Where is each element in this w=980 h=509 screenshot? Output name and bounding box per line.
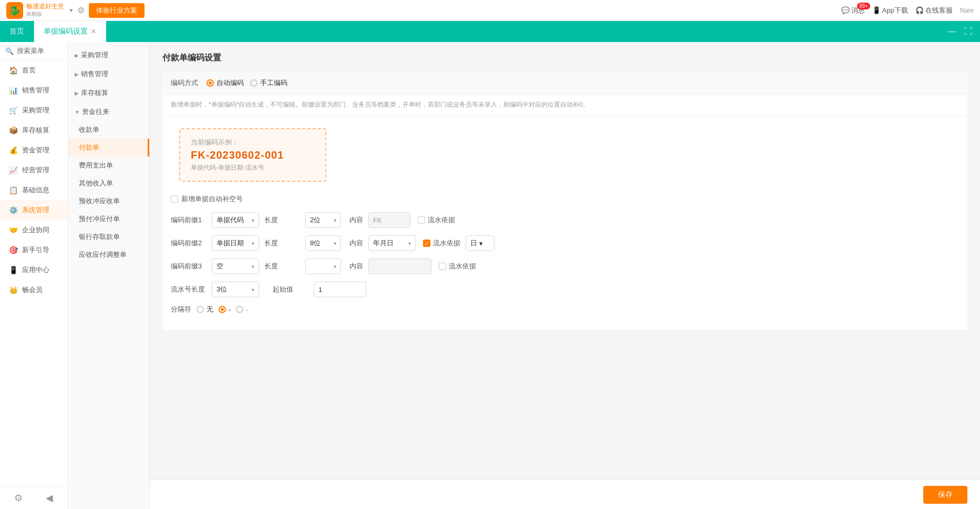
waterfall3-checkbox[interactable]: 流水依据 [439,262,476,271]
system-icon: ⚙️ [8,206,18,214]
brand-name: 畅通道好生意 [26,3,64,10]
chevron-down-icon: ▾ [334,217,336,223]
chevron-down-icon: ▾ [334,264,336,269]
waterfall1-checkbox[interactable]: 流水依据 [418,215,455,225]
waterfall2-checkbox[interactable]: ✓ 流水依据 [423,238,460,248]
waterfall1-label: 流水依据 [428,215,455,225]
encoding-method-label: 编码方式 [171,78,198,88]
prefix2-row: 编码前缀2 单据日期 ▾ 长度 8位 ▾ 内容 年月日 [171,235,959,251]
auto-fill-checkbox[interactable]: 新增单据自动补空号 [171,194,959,204]
sec-group-sales-title[interactable]: ▶ 销售管理 [68,65,149,83]
sec-item-expense[interactable]: 费用支出单 [68,157,149,174]
content3-input[interactable] [368,258,431,274]
main-layout: 🔍 搜索菜单 🏠 首页 📊 销售管理 🛒 采购管理 📦 库存核算 💰 资金管理 … [0,42,980,509]
online-support-button[interactable]: 🎧 在线客服 [915,6,953,15]
serial-length-label: 流水号长度 [171,285,207,294]
preview-code: FK-20230602-001 [191,149,315,161]
manual-encode-label: 手工编码 [260,78,287,88]
app-download-button[interactable]: 📱 App下载 [872,6,908,15]
members-icon: 👑 [8,286,18,294]
chevron-down-icon: ▾ [252,264,254,269]
sec-group-inventory: ▶ 库存核算 [68,84,149,102]
length3-select[interactable]: ▾ [305,258,341,274]
sidebar-settings-button[interactable]: ⚙ [5,492,32,504]
sep-dot-radio[interactable]: · [236,306,248,314]
length1-label: 长度 [264,215,300,225]
waterfall2-label: 流水依据 [433,238,460,248]
sidebar-item-inventory[interactable]: 📦 库存核算 [0,120,68,140]
sidebar-item-purchase[interactable]: 🛒 采购管理 [0,100,68,120]
tab-encoding-settings[interactable]: 单据编码设置 ✕ [34,21,106,42]
sidebar-item-label: 畅会员 [22,285,43,295]
length1-select[interactable]: 2位 ▾ [305,212,341,228]
sidebar-item-label: 采购管理 [22,106,49,115]
sec-item-adjustment[interactable]: 应收应付调整单 [68,246,149,264]
sidebar-item-system[interactable]: ⚙️ 系统管理 [0,200,68,220]
experience-button[interactable]: 体验行业方案 [89,3,145,18]
sep-dash-radio[interactable]: - [219,306,231,314]
length3-label: 长度 [264,262,300,271]
sidebar-item-members[interactable]: 👑 畅会员 [0,280,68,300]
brand-icon: 🐉 [6,2,23,19]
maximize-icon[interactable]: ⛶ [962,25,975,38]
sec-item-payment[interactable]: 付款单 [68,139,149,157]
sidebar-collapse-button[interactable]: ◀ [36,492,63,504]
auto-encode-radio[interactable]: 自动编码 [207,78,244,88]
sidebar-item-sales[interactable]: 📊 销售管理 [0,80,68,100]
sec-item-other-income[interactable]: 其他收入单 [68,174,149,192]
messages-button[interactable]: 💬 消息 99+ [841,6,865,15]
settings-icon[interactable]: ⚙ [77,5,85,15]
sec-item-bank[interactable]: 银行存取款单 [68,228,149,246]
tab-home[interactable]: 首页 [0,21,34,42]
sep-none-label: 无 [207,305,213,314]
checkbox-unchecked-icon [439,263,446,270]
preview-area: 当前编码示例： FK-20230602-001 单据代码-单据日期-流水号 [162,116,967,190]
manual-encode-radio[interactable]: 手工编码 [250,78,287,88]
start-value-input[interactable]: 1 [314,282,366,297]
save-button[interactable]: 保存 [923,486,967,504]
sidebar-item-guide[interactable]: 🎯 新手引导 [0,240,68,260]
sidebar-item-operations[interactable]: 📈 经营管理 [0,160,68,180]
radio-dot-auto [207,79,214,87]
prefix1-select[interactable]: 单据代码 ▾ [212,212,259,228]
purchase-icon: 🛒 [8,106,18,115]
sidebar-item-apps[interactable]: 📱 应用中心 [0,260,68,280]
prefix3-select[interactable]: 空 ▾ [212,258,259,274]
sidebar-item-enterprise[interactable]: 🤝 企业协同 [0,220,68,240]
prefix2-value: 单据日期 [216,238,244,248]
minimize-icon[interactable]: — [945,25,958,38]
sec-group-label: 库存核算 [81,88,108,98]
sec-group-inventory-title[interactable]: ▶ 库存核算 [68,84,149,102]
start-value: 1 [318,286,322,294]
message-badge: 99+ [857,3,870,9]
basic-info-icon: 📋 [8,186,18,194]
sec-group-purchase-title[interactable]: ▶ 采购管理 [68,46,149,64]
content2-select[interactable]: 年月日 ▾ [368,235,416,251]
prefix2-select[interactable]: 单据日期 ▾ [212,235,259,251]
sec-item-prepaid-receivable[interactable]: 预收冲应收单 [68,192,149,210]
content1-input: FK [368,212,410,228]
sidebar-item-basic-info[interactable]: 📋 基础信息 [0,180,68,200]
serial-length-value: 3位 [216,285,227,294]
user-info[interactable]: Nare [960,7,974,14]
tab-close-icon[interactable]: ✕ [91,28,96,35]
home-icon: 🏠 [8,66,18,75]
prefix3-value: 空 [216,262,223,271]
serial-length-select[interactable]: 3位 ▾ [212,282,259,297]
sec-item-prepaid-payable[interactable]: 预付冲应付单 [68,210,149,228]
chevron-down-icon[interactable]: ▾ [69,6,73,14]
waterfall3-label: 流水依据 [449,262,476,271]
chevron-down-icon: ▾ [252,217,254,223]
prefix1-value: 单据代码 [216,215,244,225]
sidebar-bottom: ⚙ ◀ [0,486,68,509]
sidebar-item-finance[interactable]: 💰 资金管理 [0,140,68,160]
waterfall2-period-select[interactable]: 日 ▾ [466,235,494,251]
sec-group-finance-title[interactable]: ▼ 资金往来 [68,103,149,121]
search-menu[interactable]: 🔍 搜索菜单 [0,42,68,60]
search-label: 搜索菜单 [17,46,44,56]
length2-select[interactable]: 8位 ▾ [305,235,341,251]
sep-none-radio[interactable]: 无 [197,305,213,314]
sidebar-item-home[interactable]: 🏠 首页 [0,60,68,80]
sec-item-receipt[interactable]: 收款单 [68,121,149,139]
chevron-down-icon: ▾ [479,240,483,247]
